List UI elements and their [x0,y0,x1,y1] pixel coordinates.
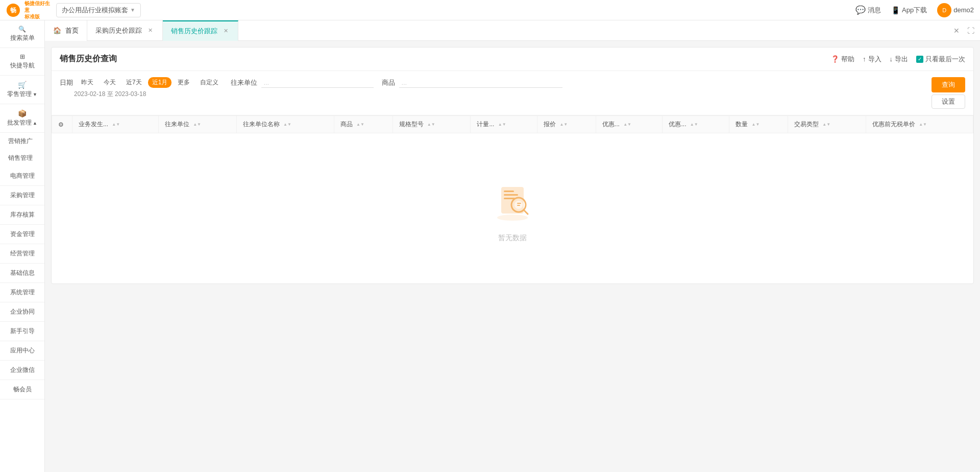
sort-icon-partner-code: ▲▼ [193,123,201,127]
th-discount1[interactable]: 优惠... ▲▼ [596,116,663,133]
partner-filter-label: 往来单位 [231,78,257,87]
sidebar-sub-marketing[interactable]: 营销推广 [0,133,44,150]
sort-icon-biz-date: ▲▼ [112,123,120,127]
sidebar-item-enterprise-collab[interactable]: 企业协同 [0,302,44,322]
download-icon: 📱 [891,6,900,14]
filter-buttons: 查询 设置 [932,77,965,109]
avatar: D [937,3,951,17]
checkbox-checked-icon: ✓ [916,56,923,63]
help-btn[interactable]: ❓ 帮助 [831,55,854,64]
th-quote[interactable]: 报价 ▲▼ [537,116,596,133]
message-btn[interactable]: 💬 消息 [855,5,881,15]
user-avatar-area[interactable]: D demo2 [937,3,974,17]
goods-filter-label: 商品 [382,78,395,87]
sort-icon-spec: ▲▼ [427,123,435,127]
date-opt-yesterday[interactable]: 昨天 [77,77,97,88]
tab-actions: ✕ ⛶ [951,26,980,36]
sidebar-item-basic-info[interactable]: 基础信息 [0,264,44,283]
top-bar: 畅 畅捷信好生意 标准版 办公用品行业模拟账套 ▼ 💬 消息 📱 App下载 D… [0,0,980,20]
page-header-actions: ❓ 帮助 ↑ 导入 ↓ 导出 ✓ 只看最后一次 [831,55,965,64]
date-opt-today[interactable]: 今天 [100,77,120,88]
tab-close-purchase[interactable]: ✕ [146,27,154,35]
settings-button[interactable]: 设置 [932,95,965,109]
wholesale-icon: 📦 [18,109,27,117]
filter-row-1: 日期 昨天 今天 近7天 近1月 更多 自定义 [60,77,919,88]
export-icon: ↓ [890,55,893,63]
home-icon: 🏠 [53,27,61,34]
page-content: 销售历史价查询 ❓ 帮助 ↑ 导入 ↓ 导出 [45,41,980,472]
svg-rect-11 [517,205,520,206]
export-btn[interactable]: ↓ 导出 [890,55,909,64]
arrow-up-icon2: ▲ [33,121,37,126]
query-button[interactable]: 查询 [932,77,965,92]
fullscreen-btn[interactable]: ⛶ [966,26,976,36]
date-filter-label: 日期 [60,78,73,87]
tab-home[interactable]: 🏠 首页 [45,20,87,41]
sort-icon-partner-name: ▲▼ [283,123,291,127]
svg-text:畅: 畅 [10,7,16,14]
date-opt-7days[interactable]: 近7天 [122,77,146,88]
date-opt-more[interactable]: 更多 [174,77,194,88]
grid-icon: ⊞ [20,53,25,60]
sidebar-item-finance[interactable]: 资金管理 [0,225,44,244]
th-spec[interactable]: 规格型号 ▲▼ [393,116,471,133]
arrow-up-icon: ▼ [33,92,37,97]
date-opt-custom[interactable]: 自定义 [196,77,223,88]
th-partner-code[interactable]: 往来单位 ▲▼ [158,116,236,133]
sort-icon-quote: ▲▼ [559,123,568,127]
partner-filter-input[interactable]: ... [261,78,374,88]
date-opt-1month[interactable]: 近1月 [148,77,172,88]
view-last-only-checkbox[interactable]: ✓ 只看最后一次 [916,55,965,64]
svg-line-8 [524,210,528,214]
filter-row-2: 2023-02-18 至 2023-03-18 [60,90,919,99]
th-pretax-price[interactable]: 优惠前无税单价 ▲▼ [866,116,973,133]
app-selector-label: 办公用品行业模拟账套 [62,6,128,15]
sidebar-item-search-menu[interactable]: 🔍 搜索菜单 [0,20,44,48]
th-quantity[interactable]: 数量 ▲▼ [729,116,788,133]
app-download-btn[interactable]: 📱 App下载 [891,6,927,15]
tab-purchase-history[interactable]: 采购历史价跟踪 ✕ [87,20,163,41]
sidebar-item-wholesale-mgmt[interactable]: 📦 批发管理 ▲ [0,104,44,133]
th-gear[interactable]: ⚙ [52,116,72,133]
sidebar-item-purchase[interactable]: 采购管理 [0,186,44,205]
th-discount2[interactable]: 优惠... ▲▼ [663,116,729,133]
sidebar-item-system[interactable]: 系统管理 [0,283,44,302]
sort-icon-trade-type: ▲▼ [822,123,830,127]
main-layout: 🔍 搜索菜单 ⊞ 快捷导航 🛒 零售管理 ▼ 📦 批发管理 ▲ 营销推广 销售管… [0,20,980,472]
close-all-tabs-btn[interactable]: ✕ [951,26,962,36]
th-unit[interactable]: 计量... ▲▼ [471,116,537,133]
sidebar-item-operations[interactable]: 经营管理 [0,244,44,264]
sidebar-item-new-guide[interactable]: 新手引导 [0,322,44,341]
sidebar-item-inventory[interactable]: 库存核算 [0,205,44,225]
date-options: 昨天 今天 近7天 近1月 更多 自定义 [77,77,223,88]
logo-icon: 畅 [6,2,20,18]
sort-icon-pretax-price: ▲▼ [919,123,927,127]
sort-icon-discount1: ▲▼ [623,123,631,127]
th-goods[interactable]: 商品 ▲▼ [334,116,393,133]
sidebar-item-app-center[interactable]: 应用中心 [0,341,44,361]
sidebar-item-enterprise-wechat[interactable]: 企业微信 [0,361,44,380]
data-table: ⚙ 业务发生... ▲▼ 往来单位 ▲▼ [52,115,973,284]
sidebar-sub-sales-mgmt[interactable]: 销售管理 [0,150,44,167]
th-partner-name[interactable]: 往来单位名称 ▲▼ [236,116,334,133]
content-area: 🏠 首页 采购历史价跟踪 ✕ 销售历史价跟踪 ✕ ✕ ⛶ 销售历史价查询 [45,20,980,472]
sidebar-item-vip-member[interactable]: 畅会员 [0,380,44,399]
sidebar-item-quick-nav[interactable]: ⊞ 快捷导航 [0,48,44,76]
tab-sales-history[interactable]: 销售历史价跟踪 ✕ [163,20,238,41]
date-filter-group: 日期 昨天 今天 近7天 近1月 更多 自定义 [60,77,223,88]
sidebar-item-retail-mgmt[interactable]: 🛒 零售管理 ▼ [0,76,44,104]
empty-state: 暂无数据 [52,133,973,284]
tab-bar: 🏠 首页 采购历史价跟踪 ✕ 销售历史价跟踪 ✕ ✕ ⛶ [45,20,980,41]
import-btn[interactable]: ↑ 导入 [863,55,881,64]
sidebar-item-ecommerce[interactable]: 电商管理 [0,167,44,186]
tab-close-sales[interactable]: ✕ [222,27,230,35]
app-selector[interactable]: 办公用品行业模拟账套 ▼ [56,3,141,17]
goods-filter-input[interactable]: ... [399,78,562,88]
page-header: 销售历史价查询 ❓ 帮助 ↑ 导入 ↓ 导出 [52,48,973,71]
th-biz-date[interactable]: 业务发生... ▲▼ [72,116,159,133]
sort-icon-discount2: ▲▼ [690,123,698,127]
th-trade-type[interactable]: 交易类型 ▲▼ [788,116,866,133]
chevron-down-icon: ▼ [130,7,135,13]
page-title: 销售历史价查询 [60,54,117,64]
partner-filter-group: 往来单位 ... [231,78,374,88]
